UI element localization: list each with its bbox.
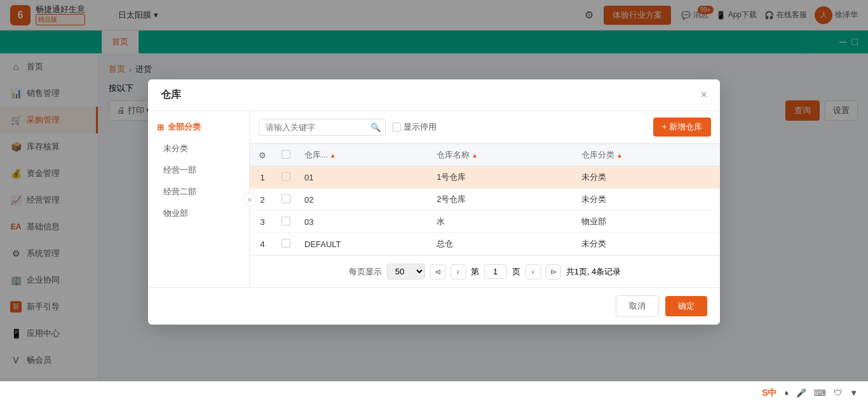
col-header-settings: ⚙ — [250, 144, 275, 166]
bottom-keyboard-icon[interactable]: ⌨ — [814, 388, 826, 398]
table-row[interactable]: 2022号仓库未分类 — [250, 189, 720, 211]
row-name: 总仓 — [430, 233, 575, 255]
row-checkbox[interactable] — [281, 239, 290, 248]
page-number-input[interactable] — [484, 264, 507, 279]
total-info: 共1页, 4条记录 — [566, 266, 621, 278]
row-code: 02 — [298, 189, 430, 211]
row-checkbox-cell[interactable] — [275, 189, 298, 211]
category-collapse-button[interactable]: « — [243, 192, 257, 206]
col-header-checkbox — [275, 144, 298, 166]
bottom-s-icon[interactable]: S中 — [762, 387, 776, 399]
table-toolbar: 🔍 显示停用 + 新增仓库 — [250, 111, 720, 144]
row-name: 1号仓库 — [430, 166, 575, 189]
show-disabled-toggle[interactable]: 显示停用 — [392, 121, 437, 133]
show-disabled-label: 显示停用 — [403, 121, 437, 133]
row-category: 未分类 — [575, 166, 720, 189]
col-header-code[interactable]: 仓库... ▲ — [298, 144, 430, 166]
per-page-select[interactable]: 50 10 20 100 — [387, 264, 425, 279]
grid-icon: ⊞ — [157, 123, 164, 132]
page-next-button[interactable]: › — [526, 264, 541, 279]
search-input[interactable] — [259, 119, 386, 136]
per-page-label: 每页显示 — [349, 266, 382, 278]
search-icon[interactable]: 🔍 — [370, 123, 381, 132]
bottom-shield-icon[interactable]: 🛡 — [834, 388, 842, 398]
modal-body: ⊞ 全部分类 未分类 经营一部 经营二部 物业部 « 🔍 — [148, 111, 720, 287]
row-checkbox-cell[interactable] — [275, 233, 298, 255]
show-disabled-checkbox[interactable] — [392, 123, 401, 131]
sort-category-icon: ▲ — [616, 152, 623, 159]
bottom-chevron-icon[interactable]: ▼ — [850, 388, 858, 398]
bottom-mic-icon[interactable]: 🎤 — [796, 388, 806, 398]
table-row[interactable]: 4DEFAULT总仓未分类 — [250, 233, 720, 255]
row-checkbox-cell[interactable] — [275, 166, 298, 189]
row-code: 01 — [298, 166, 430, 189]
row-category: 未分类 — [575, 189, 720, 211]
table-area: 🔍 显示停用 + 新增仓库 ⚙ — [250, 111, 720, 287]
bottom-dot-icon[interactable]: ♦ — [784, 388, 789, 398]
row-index: 1 — [250, 166, 275, 189]
table-body: 1011号仓库未分类2022号仓库未分类303水物业部4DEFAULT总仓未分类 — [250, 166, 720, 255]
modal-footer: 取消 确定 — [148, 287, 720, 325]
sort-code-icon: ▲ — [330, 152, 336, 159]
category-item-0[interactable]: 未分类 — [148, 138, 249, 159]
select-all-checkbox[interactable] — [281, 150, 290, 159]
page-last-button[interactable]: ⊳ — [546, 264, 561, 279]
row-checkbox[interactable] — [281, 194, 290, 203]
warehouse-table: ⚙ 仓库... ▲ 仓库名称 — [250, 144, 720, 255]
col-header-name[interactable]: 仓库名称 ▲ — [430, 144, 575, 166]
row-checkbox[interactable] — [281, 172, 290, 181]
bottom-bar: S中 ♦ 🎤 ⌨ 🛡 ▼ — [0, 381, 868, 404]
table-row[interactable]: 303水物业部 — [250, 211, 720, 233]
category-item-1[interactable]: 经营一部 — [148, 159, 249, 181]
row-code: 03 — [298, 211, 430, 233]
page-prev-button[interactable]: ‹ — [451, 264, 466, 279]
sort-name-icon: ▲ — [471, 152, 478, 159]
modal-close-button[interactable]: × — [700, 88, 707, 102]
table-scroll-area: ⚙ 仓库... ▲ 仓库名称 — [250, 144, 720, 255]
row-checkbox-cell[interactable] — [275, 211, 298, 233]
row-category: 物业部 — [575, 211, 720, 233]
search-input-wrap: 🔍 — [259, 119, 386, 136]
row-category: 未分类 — [575, 233, 720, 255]
category-all[interactable]: ⊞ 全部分类 — [148, 116, 249, 138]
category-all-label: 全部分类 — [168, 121, 201, 133]
page-suffix: 页 — [512, 266, 520, 278]
table-row[interactable]: 1011号仓库未分类 — [250, 166, 720, 189]
modal-overlay: 仓库 × ⊞ 全部分类 未分类 经营一部 经营二部 物业部 « — [0, 0, 868, 404]
row-index: 3 — [250, 211, 275, 233]
col-header-category[interactable]: 仓库分类 ▲ — [575, 144, 720, 166]
modal-title: 仓库 — [161, 88, 181, 102]
category-item-2[interactable]: 经营二部 — [148, 181, 249, 203]
row-name: 2号仓库 — [430, 189, 575, 211]
modal-header: 仓库 × — [148, 79, 720, 111]
warehouse-modal: 仓库 × ⊞ 全部分类 未分类 经营一部 经营二部 物业部 « — [148, 79, 720, 325]
cancel-button[interactable]: 取消 — [616, 295, 659, 317]
confirm-button[interactable]: 确定 — [665, 296, 707, 316]
row-code: DEFAULT — [298, 233, 430, 255]
row-index: 4 — [250, 233, 275, 255]
category-item-3[interactable]: 物业部 — [148, 203, 249, 224]
row-checkbox[interactable] — [281, 217, 290, 226]
table-header-row: ⚙ 仓库... ▲ 仓库名称 — [250, 144, 720, 166]
page-prefix: 第 — [471, 266, 479, 278]
row-name: 水 — [430, 211, 575, 233]
category-sidebar: ⊞ 全部分类 未分类 经营一部 经营二部 物业部 « — [148, 111, 250, 287]
pagination: 每页显示 50 10 20 100 ⊲ ‹ 第 页 › ⊳ 共1页, 4条记录 — [250, 255, 720, 287]
page-first-button[interactable]: ⊲ — [430, 264, 445, 279]
add-warehouse-button[interactable]: + 新增仓库 — [653, 118, 711, 137]
